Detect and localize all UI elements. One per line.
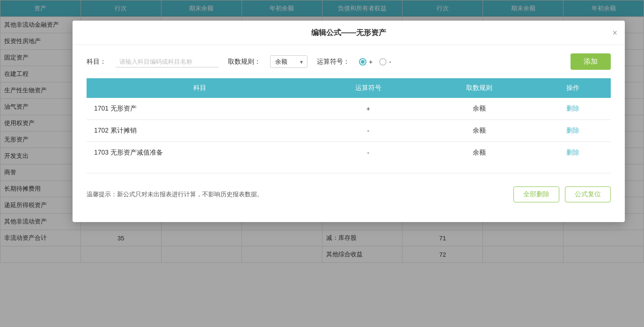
col-header-operator: 运算符号 [313,78,424,98]
delete-link-1[interactable]: 删除 [566,104,579,112]
subject-input[interactable] [116,56,219,67]
cell-subject-2: 1702 累计摊销 [87,120,313,142]
modal-header: 编辑公式——无形资产 × [73,21,625,45]
rule-select[interactable]: 余额 借方 贷方 [270,55,307,68]
reset-formula-button[interactable]: 公式复位 [565,186,611,202]
table-row: 1701 无形资产 + 余额 删除 [87,98,611,120]
radio-plus-label: + [369,58,373,66]
operator-radio-group: + - [359,58,391,66]
table-header-row: 科目 运算符号 取数规则 操作 [87,78,611,98]
add-button[interactable]: 添加 [571,53,611,70]
divider [87,173,611,173]
delete-link-3[interactable]: 删除 [566,149,579,156]
footer-btn-group: 全部删除 公式复位 [513,186,611,202]
rule-select-wrap: 余额 借方 贷方 ▼ [270,55,307,68]
operator-label: 运算符号： [317,58,350,66]
radio-plus[interactable]: + [359,58,373,66]
cell-action-3: 删除 [535,142,611,164]
cell-operator-2: - [313,120,424,142]
warning-text: 温馨提示：新公式只对未出报表进行计算，不影响历史报表数据。 [87,190,263,199]
cell-rule-2: 余额 [424,120,535,142]
col-header-rule: 取数规则 [424,78,535,98]
cell-action-1: 删除 [535,98,611,120]
col-header-subject: 科目 [87,78,313,98]
cell-action-2: 删除 [535,120,611,142]
radio-minus[interactable]: - [379,58,391,66]
data-table-wrap: 科目 运算符号 取数规则 操作 1701 无形资产 + 余额 删除 1702 累… [73,78,625,164]
form-row: 科目： 取数规则： 余额 借方 贷方 ▼ 运算符号： + - 添加 [73,45,625,78]
table-row: 1703 无形资产减值准备 - 余额 删除 [87,142,611,164]
col-header-action: 操作 [535,78,611,98]
close-icon[interactable]: × [612,29,617,37]
cell-subject-1: 1701 无形资产 [87,98,313,120]
delete-link-2[interactable]: 删除 [566,126,579,134]
table-row: 1702 累计摊销 - 余额 删除 [87,120,611,142]
cell-operator-1: + [313,98,424,120]
radio-minus-circle [379,58,387,66]
cell-rule-1: 余额 [424,98,535,120]
modal-dialog: 编辑公式——无形资产 × 科目： 取数规则： 余额 借方 贷方 ▼ 运算符号： … [73,21,625,222]
cell-rule-3: 余额 [424,142,535,164]
modal-title: 编辑公式——无形资产 [311,28,386,38]
radio-plus-circle [359,58,366,66]
cell-operator-3: - [313,142,424,164]
cell-subject-3: 1703 无形资产减值准备 [87,142,313,164]
warning-row: 温馨提示：新公式只对未出报表进行计算，不影响历史报表数据。 全部删除 公式复位 [73,181,625,208]
delete-all-button[interactable]: 全部删除 [513,186,559,202]
rule-label: 取数规则： [228,58,261,66]
data-table: 科目 运算符号 取数规则 操作 1701 无形资产 + 余额 删除 1702 累… [87,78,611,164]
subject-label: 科目： [87,58,106,66]
radio-minus-label: - [389,58,391,66]
